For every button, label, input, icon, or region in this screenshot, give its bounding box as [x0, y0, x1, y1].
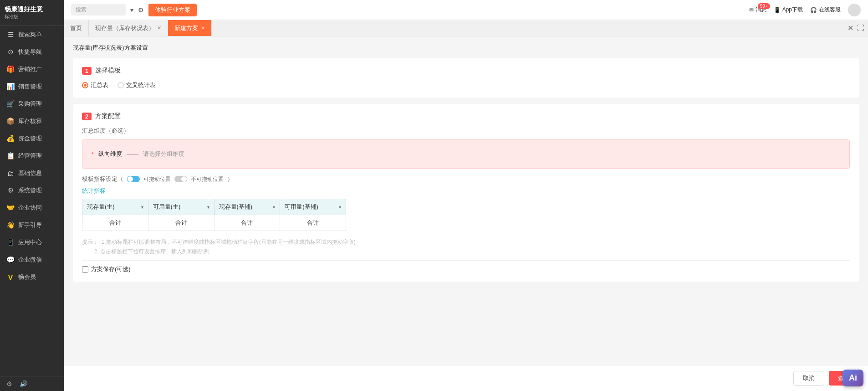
app-download-button[interactable]: 📱 App下载: [774, 6, 803, 14]
stats-col-2[interactable]: 现存量(基辅) ▾: [214, 199, 281, 215]
dimension-section-label: 汇总维度（必选）: [82, 127, 850, 135]
tabs-bar: 首页 现存量（库存状况表） ✕ 新建方案 ✕ ✕ ⛶: [64, 20, 868, 36]
search-box: 搜索: [71, 4, 126, 15]
step2-label: 方案配置: [95, 112, 121, 120]
content-area: 现存量(库存状况表)方案设置 1 选择模板 汇总表 交叉统计表 2: [64, 36, 868, 365]
phone-icon: 📱: [774, 7, 781, 13]
save-scheme-checkbox[interactable]: [82, 266, 88, 273]
topbar-left: 搜索 ▾ ⚙ 体验行业方案: [71, 4, 197, 16]
guide-icon: 👋: [6, 221, 15, 229]
draggable-toggle[interactable]: [127, 176, 140, 182]
inventory-icon: 📦: [6, 117, 15, 125]
sales-icon: 📊: [6, 82, 15, 91]
online-service-button[interactable]: 🎧 在线客服: [810, 6, 841, 14]
col-0-arrow: ▾: [141, 205, 143, 210]
tab-inventory[interactable]: 现存量（库存状况表） ✕: [89, 20, 168, 36]
radio-cross-dot: [117, 82, 124, 88]
radio-summary[interactable]: 汇总表: [82, 81, 108, 89]
sidebar-item-operations[interactable]: 📋 经营管理: [0, 147, 64, 165]
sidebar-item-finance[interactable]: 💰 资金管理: [0, 130, 64, 147]
sidebar-item-label: 采购管理: [18, 100, 42, 108]
col-3-arrow: ▾: [339, 205, 341, 210]
tip-2: 2. 点击标题栏下拉可设置排序、插入列和删除列: [82, 248, 850, 256]
section-scheme-config: 2 方案配置 汇总维度（必选） * 纵向维度 —— 请选择分组维度 模板指标设定…: [73, 104, 859, 282]
sidebar-item-cooperation[interactable]: 🤝 企业协同: [0, 199, 64, 216]
sidebar-item-label: 销售管理: [18, 82, 42, 91]
messages-badge: 99+: [758, 3, 770, 9]
dimension-row: * 纵向维度 —— 请选择分组维度: [92, 150, 840, 158]
dimension-box: * 纵向维度 —— 请选择分组维度: [82, 139, 850, 169]
sidebar-item-guide[interactable]: 👋 新手引导: [0, 216, 64, 234]
sidebar-item-wechat[interactable]: 💬 企业微信: [0, 251, 64, 268]
chevron-down-icon[interactable]: ▾: [130, 6, 133, 14]
sidebar-item-inventory[interactable]: 📦 库存核算: [0, 113, 64, 130]
tab-inventory-close[interactable]: ✕: [157, 25, 161, 31]
non-draggable-toggle[interactable]: [174, 176, 187, 182]
step2-num: 2: [82, 113, 92, 120]
tip-2-text: 2. 点击标题栏下拉可设置排序、插入列和删除列: [94, 248, 209, 255]
stats-col-1[interactable]: 可用量(主) ▾: [148, 199, 214, 215]
sidebar-item-system[interactable]: ⚙ 系统管理: [0, 182, 64, 199]
page-title: 现存量(库存状况表)方案设置: [73, 44, 859, 52]
close-icon[interactable]: ✕: [848, 24, 853, 32]
sidebar-item-label: 经营管理: [18, 152, 42, 160]
volume-icon[interactable]: 🔊: [20, 380, 27, 387]
stats-col-2-label: 现存量(基辅): [219, 203, 253, 211]
stats-cell-0-1: 合计: [148, 215, 214, 231]
tab-new-scheme-close[interactable]: ✕: [201, 25, 205, 31]
sidebar-item-label: 快捷导航: [18, 48, 42, 56]
sidebar-item-marketing[interactable]: 🎁 营销推广: [0, 61, 64, 78]
settings-icon[interactable]: ⚙: [6, 380, 12, 387]
sidebar-item-app-center[interactable]: 📱 应用中心: [0, 234, 64, 251]
sidebar-item-purchase[interactable]: 🛒 采购管理: [0, 95, 64, 113]
indicator-label: 模板指标设定（ 可拖动位置 不可拖动位置 ）: [82, 175, 850, 183]
user-avatar[interactable]: [848, 4, 861, 16]
ai-badge[interactable]: Ai: [842, 370, 863, 386]
main-area: 搜索 ▾ ⚙ 体验行业方案 ✉ 消息 99+ 📱 App下载 🎧 在线客服: [64, 0, 868, 391]
cancel-button[interactable]: 取消: [793, 371, 824, 386]
sidebar-item-search-menu[interactable]: ☰ 搜索菜单: [0, 26, 64, 43]
sidebar-item-basic-info[interactable]: 🗂 基础信息: [0, 165, 64, 182]
indicator-suffix: ）: [227, 175, 233, 183]
expand-icon[interactable]: ⛶: [857, 24, 864, 32]
tab-home-label: 首页: [70, 24, 82, 32]
dimension-placeholder[interactable]: 请选择分组维度: [143, 150, 184, 158]
template-radio-group: 汇总表 交叉统计表: [82, 81, 850, 89]
stats-col-0[interactable]: 现存量(主) ▾: [82, 199, 148, 215]
stats-data-row: 合计 合计 合计 合计: [82, 215, 346, 231]
tab-new-scheme-label: 新建方案: [174, 24, 198, 32]
tab-new-scheme[interactable]: 新建方案 ✕: [168, 20, 212, 36]
wechat-icon: 💬: [6, 256, 15, 264]
trial-button[interactable]: 体验行业方案: [148, 4, 197, 16]
indicator-settings: 模板指标设定（ 可拖动位置 不可拖动位置 ）: [82, 175, 850, 183]
stats-col-0-label: 现存量(主): [87, 203, 115, 211]
step1-label: 选择模板: [95, 67, 121, 75]
radio-cross[interactable]: 交叉统计表: [117, 81, 156, 89]
sidebar-item-label: 营销推广: [18, 65, 42, 73]
messages-button[interactable]: ✉ 消息 99+: [749, 6, 766, 14]
sidebar-item-membership[interactable]: V 畅会员: [0, 268, 64, 286]
sidebar-item-quick-nav[interactable]: ⊙ 快捷导航: [0, 43, 64, 61]
tab-home[interactable]: 首页: [64, 20, 89, 36]
tab-inventory-label: 现存量（库存状况表）: [95, 24, 154, 32]
sidebar-footer: ⚙ 🔊: [0, 376, 64, 391]
toggle2-label: 不可拖动位置: [191, 175, 224, 183]
gear-icon[interactable]: ⚙: [138, 6, 144, 14]
topbar: 搜索 ▾ ⚙ 体验行业方案 ✉ 消息 99+ 📱 App下载 🎧 在线客服: [64, 0, 868, 20]
section-template-select: 1 选择模板 汇总表 交叉统计表: [73, 58, 859, 98]
sidebar-item-sales[interactable]: 📊 销售管理: [0, 78, 64, 95]
operations-icon: 📋: [6, 152, 15, 160]
stats-col-3[interactable]: 可用量(基辅) ▾: [280, 199, 346, 215]
sidebar-scroll: ☰ 搜索菜单 ⊙ 快捷导航 🎁 营销推广 📊 销售管理 🛒 采购管理 📦 库存核…: [0, 26, 64, 376]
app-download-label: App下载: [782, 6, 803, 14]
purchase-icon: 🛒: [6, 100, 15, 108]
step1-header: 1 选择模板: [82, 67, 850, 75]
step1-num: 1: [82, 67, 92, 75]
stats-table: 现存量(主) ▾ 可用量(主) ▾ 现存量(基辅) ▾ 可用量(基辅): [82, 199, 346, 231]
sidebar-item-label: 库存核算: [18, 117, 42, 125]
save-scheme-label: 方案保存(可选): [91, 265, 131, 273]
indicator-label-text: 模板指标设定（: [82, 175, 123, 183]
radio-cross-label: 交叉统计表: [126, 81, 156, 89]
col-1-arrow: ▾: [207, 205, 209, 210]
sidebar-item-label: 企业微信: [18, 256, 42, 264]
